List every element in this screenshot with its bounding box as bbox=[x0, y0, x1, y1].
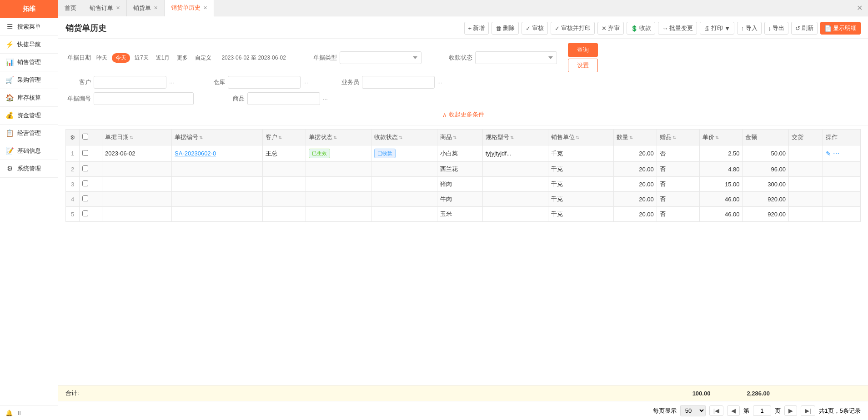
warehouse-input[interactable] bbox=[228, 76, 301, 89]
row-checkbox[interactable] bbox=[82, 150, 88, 156]
goods-input[interactable] bbox=[247, 92, 320, 105]
th-unit[interactable]: 销售单位⇅ bbox=[548, 130, 614, 145]
row-checkbox-cell[interactable] bbox=[80, 192, 102, 207]
audit-print-button[interactable]: ✓ 审核并打印 bbox=[551, 22, 595, 35]
sidebar-item-label: 采购管理 bbox=[17, 76, 41, 84]
page-number-input[interactable] bbox=[753, 405, 771, 416]
collect-button[interactable]: 💲 收款 bbox=[627, 22, 655, 35]
system-mgmt-icon: ⚙ bbox=[5, 165, 14, 173]
sidebar-item-finance-mgmt[interactable]: 💰 资金管理 bbox=[0, 107, 58, 125]
sidebar-item-basic-info[interactable]: 📝 基础信息 bbox=[0, 142, 58, 160]
tab-sales-goods[interactable]: 销货单 ✕ bbox=[127, 0, 165, 16]
summary-total-amount: 2,286.00 bbox=[747, 390, 770, 397]
notification-icon[interactable]: 🔔 bbox=[5, 410, 13, 416]
batch-change-button[interactable]: ↔ 批量变更 bbox=[658, 22, 697, 35]
doc-type-select[interactable] bbox=[340, 51, 421, 64]
tab-sales-history-close[interactable]: ✕ bbox=[203, 5, 207, 11]
per-page-select[interactable]: 50 100 200 bbox=[680, 405, 706, 416]
more-actions-icon[interactable]: ⋯ bbox=[833, 150, 839, 157]
doc-date-cell bbox=[102, 162, 172, 177]
warehouse-dots-button[interactable]: ··· bbox=[303, 79, 308, 86]
edit-icon[interactable]: ✎ bbox=[826, 150, 831, 157]
th-doc-status[interactable]: 单据状态⇅ bbox=[306, 130, 371, 145]
new-button[interactable]: + 新增 bbox=[464, 22, 489, 35]
qty-cell: 20.00 bbox=[614, 207, 657, 222]
tab-sales-history[interactable]: 销货单历史 ✕ bbox=[165, 0, 214, 16]
select-all-checkbox[interactable] bbox=[82, 134, 88, 140]
export-button[interactable]: ↓ 导出 bbox=[764, 22, 789, 35]
sidebar-item-purchase-mgmt[interactable]: 🛒 采购管理 bbox=[0, 71, 58, 89]
date-btn-today[interactable]: 今天 bbox=[112, 53, 130, 63]
filter-section: 单据日期 昨天 今天 近7天 近1月 更多 自定义 2023-06-02 至 2… bbox=[58, 39, 868, 125]
date-btn-more[interactable]: 更多 bbox=[174, 53, 191, 63]
show-detail-button[interactable]: 📄 显示明细 bbox=[820, 22, 861, 35]
customer-dots-button[interactable]: ··· bbox=[169, 79, 174, 86]
audit-button[interactable]: ✓ 审核 bbox=[522, 22, 548, 35]
row-checkbox-cell[interactable] bbox=[80, 162, 102, 177]
next-page-button[interactable]: ▶ bbox=[784, 405, 797, 416]
date-btn-yesterday[interactable]: 昨天 bbox=[94, 53, 110, 63]
query-button[interactable]: 查询 bbox=[568, 43, 598, 57]
customer-cell bbox=[263, 207, 306, 222]
doc-number-link[interactable]: SA-20230602-0 bbox=[175, 150, 216, 157]
agent-input[interactable] bbox=[362, 76, 435, 89]
actions-cell bbox=[823, 192, 861, 207]
sidebar-item-sales-mgmt[interactable]: 📊 销售管理 bbox=[0, 54, 58, 71]
refresh-button[interactable]: ↺ 刷新 bbox=[791, 22, 818, 35]
th-gear[interactable]: ⚙ bbox=[66, 130, 80, 145]
agent-dots-button[interactable]: ··· bbox=[437, 79, 442, 86]
date-btn-7days[interactable]: 近7天 bbox=[132, 53, 151, 63]
tab-sales-order[interactable]: 销售订单 ✕ bbox=[83, 0, 127, 16]
date-btn-custom[interactable]: 自定义 bbox=[192, 53, 214, 63]
th-spec[interactable]: 规格型号⇅ bbox=[482, 130, 548, 145]
customer-filter: 客户 ··· bbox=[65, 76, 174, 89]
th-payment-status[interactable]: 收款状态⇅ bbox=[371, 130, 437, 145]
tabs-bar-close-all[interactable]: ✕ bbox=[851, 4, 868, 12]
sidebar-item-operations-mgmt[interactable]: 📋 经营管理 bbox=[0, 125, 58, 142]
row-checkbox[interactable] bbox=[82, 195, 88, 201]
warehouse-filter: 仓库 ··· bbox=[200, 76, 308, 89]
row-checkbox-cell[interactable] bbox=[80, 207, 102, 222]
sidebar-item-system-mgmt[interactable]: ⚙ 系统管理 bbox=[0, 160, 58, 178]
qty-cell: 20.00 bbox=[614, 177, 657, 192]
sidebar-item-search-menu[interactable]: ☰ 搜索菜单 bbox=[0, 18, 58, 36]
goods-label: 商品 bbox=[219, 95, 245, 103]
customer-input[interactable] bbox=[94, 76, 166, 89]
goods-dots-button[interactable]: ··· bbox=[323, 95, 328, 102]
import-button[interactable]: ↑ 导入 bbox=[737, 22, 762, 35]
row-checkbox-cell[interactable] bbox=[80, 177, 102, 192]
th-checkbox[interactable] bbox=[80, 130, 102, 145]
delete-button[interactable]: 🗑 删除 bbox=[492, 22, 519, 35]
th-doc-date[interactable]: 单据日期⇅ bbox=[102, 130, 172, 145]
collapse-button[interactable]: ∧ 收起更多条件 bbox=[65, 109, 861, 120]
abandon-button[interactable]: ✕ 弃审 bbox=[597, 22, 624, 35]
sidebar-item-quick-nav[interactable]: ⚡ 快捷导航 bbox=[0, 36, 58, 54]
print-button[interactable]: 🖨 打印 ▼ bbox=[700, 22, 734, 35]
row-checkbox[interactable] bbox=[82, 165, 88, 171]
transaction-cell bbox=[789, 177, 823, 192]
th-doc-number[interactable]: 单据编号⇅ bbox=[172, 130, 263, 145]
th-qty[interactable]: 数量⇅ bbox=[614, 130, 657, 145]
delete-label: 删除 bbox=[503, 24, 515, 32]
first-page-button[interactable]: |◀ bbox=[709, 405, 723, 416]
row-checkbox[interactable] bbox=[82, 210, 88, 216]
th-customer[interactable]: 客户⇅ bbox=[263, 130, 306, 145]
pause-icon[interactable]: ⏸ bbox=[16, 410, 22, 416]
th-gift[interactable]: 赠品⇅ bbox=[657, 130, 699, 145]
sidebar-item-inventory[interactable]: 🏠 库存核算 bbox=[0, 89, 58, 107]
last-page-button[interactable]: ▶| bbox=[801, 405, 815, 416]
tab-home[interactable]: 首页 bbox=[58, 0, 83, 16]
th-price[interactable]: 单价⇅ bbox=[700, 130, 743, 145]
tab-sales-goods-close[interactable]: ✕ bbox=[154, 5, 158, 11]
actions-cell bbox=[823, 207, 861, 222]
row-checkbox[interactable] bbox=[82, 180, 88, 186]
finance-mgmt-icon: 💰 bbox=[5, 111, 14, 120]
filter-settings-button[interactable]: 设置 bbox=[568, 59, 598, 72]
doc-number-input[interactable] bbox=[94, 92, 194, 105]
prev-page-button[interactable]: ◀ bbox=[727, 405, 740, 416]
date-btn-1month[interactable]: 近1月 bbox=[153, 53, 173, 63]
tab-sales-order-close[interactable]: ✕ bbox=[116, 5, 120, 11]
th-goods[interactable]: 商品⇅ bbox=[437, 130, 482, 145]
payment-status-select[interactable] bbox=[475, 51, 557, 64]
row-checkbox-cell[interactable] bbox=[80, 145, 102, 162]
